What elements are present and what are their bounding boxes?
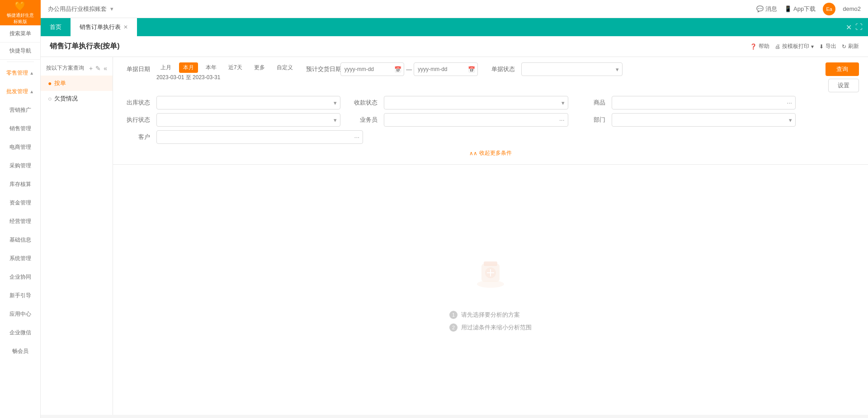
sidebar-item-purchase[interactable]: 采购管理: [0, 157, 41, 175]
refresh-button[interactable]: ↻ 刷新: [842, 43, 859, 50]
app-download-button[interactable]: 📱 App下载: [784, 5, 816, 13]
logo-text: 畅捷通好生意: [7, 12, 34, 19]
left-panel-item-by-receivables[interactable]: ○ 欠货情况: [41, 91, 113, 106]
custom-btn[interactable]: 自定义: [273, 62, 297, 73]
left-panel-item-by-order[interactable]: ● 按单: [41, 76, 113, 91]
edit-scheme-icon[interactable]: ✎: [95, 65, 101, 72]
current-month-btn[interactable]: 本月: [179, 62, 198, 73]
sidebar-item-operations[interactable]: 经营管理: [0, 212, 41, 231]
left-panel-title: 按以下方案查询: [46, 64, 84, 72]
date-to-calendar-icon[interactable]: 📅: [468, 66, 475, 73]
empty-step-1: 1 请先选择要分析的方案: [449, 311, 532, 319]
step-num-2: 2: [449, 323, 458, 332]
payment-status-select[interactable]: [384, 96, 568, 109]
tab-close-button[interactable]: ✕: [846, 23, 852, 32]
sidebar-item-enterprise[interactable]: 企业协同: [0, 268, 41, 286]
date-label: 单据日期: [122, 62, 154, 73]
sidebar-expand-icon: ▲: [29, 71, 34, 76]
department-select[interactable]: [612, 113, 796, 127]
download-icon: 📱: [784, 5, 792, 12]
step-2-text: 用过滤条件来缩小分析范围: [461, 323, 532, 332]
empty-steps: 1 请先选择要分析的方案 2 用过滤条件来缩小分析范围: [449, 311, 532, 332]
sidebar: 🧡 畅捷通好生意 标账版 搜索菜单 快捷导航 零售管理 ▲ 批发管理 ▲ 营销推…: [0, 0, 41, 418]
date-range-text: 2023-03-01 至 2023-03-31: [156, 74, 297, 81]
sidebar-item-apps[interactable]: 应用中心: [0, 305, 41, 323]
main-content: 办公用品行业模拟账套 ▾ 💬 消息 📱 App下载 Ea demo2 首页 销售…: [41, 0, 868, 418]
refresh-label: 刷新: [848, 43, 859, 50]
execution-status-label: 执行状态: [122, 116, 154, 124]
salesperson-input[interactable]: [384, 113, 568, 127]
right-panel: 单据日期 上月 本月 本年 近7天 更多 自定义 20: [113, 57, 868, 415]
body-layout: 按以下方案查询 + ✎ « ● 按单 ○ 欠货情况: [41, 57, 868, 415]
more-btn[interactable]: 更多: [250, 62, 269, 73]
tab-close-icon[interactable]: ✕: [123, 24, 128, 30]
tab-sales-order-label: 销售订单执行表: [80, 23, 121, 31]
sidebar-search[interactable]: 搜索菜单: [0, 25, 41, 43]
tabbar: 首页 销售订单执行表 ✕ ✕ ⛶: [41, 18, 868, 36]
step-1-text: 请先选择要分析的方案: [461, 311, 520, 319]
sidebar-item-wechat[interactable]: 企业微信: [0, 323, 41, 342]
sidebar-item-retail[interactable]: 零售管理 ▲: [0, 64, 41, 82]
by-receivables-icon: ○: [48, 95, 52, 102]
print-button[interactable]: 🖨 按模板打印 ▾: [775, 43, 814, 50]
topbar-right: 💬 消息 📱 App下载 Ea demo2: [756, 3, 861, 15]
by-order-label: 按单: [54, 79, 66, 87]
search-button[interactable]: 查询: [826, 62, 859, 76]
collapse-filter-label: 收起更多条件: [479, 149, 512, 157]
user-name[interactable]: demo2: [843, 5, 861, 12]
sidebar-item-wholesale[interactable]: 批发管理 ▲: [0, 82, 41, 101]
sidebar-item-marketing[interactable]: 营销推广: [0, 101, 41, 119]
refresh-icon: ↻: [842, 43, 846, 50]
department-label: 部门: [577, 116, 609, 124]
logo[interactable]: 🧡 畅捷通好生意 标账版: [0, 0, 41, 25]
collapse-filter-button[interactable]: ∧∧ 收起更多条件: [122, 146, 859, 159]
sidebar-item-finance[interactable]: 资金管理: [0, 194, 41, 212]
topbar-left: 办公用品行业模拟账套 ▾: [48, 5, 113, 13]
sidebar-quick-nav[interactable]: 快捷导航: [0, 43, 41, 60]
current-year-btn[interactable]: 本年: [202, 62, 221, 73]
sidebar-item-guide[interactable]: 新手引导: [0, 286, 41, 305]
empty-illustration: [468, 248, 513, 302]
last7-btn[interactable]: 近7天: [224, 62, 246, 73]
add-scheme-icon[interactable]: +: [89, 65, 93, 72]
step-num-1: 1: [449, 311, 458, 319]
date-options: 上月 本月 本年 近7天 更多 自定义 2023-03-01 至 2023-03…: [156, 62, 297, 81]
product-more-icon[interactable]: ···: [787, 99, 792, 106]
prev-month-btn[interactable]: 上月: [156, 62, 175, 73]
left-panel-header: 按以下方案查询 + ✎ «: [41, 62, 113, 76]
sidebar-item-inventory[interactable]: 库存核算: [0, 175, 41, 194]
status-label: 单据状态: [487, 65, 519, 73]
customer-label: 客户: [122, 133, 154, 141]
status-select[interactable]: [521, 62, 623, 76]
help-button[interactable]: ❓ 帮助: [750, 43, 769, 50]
date-from-calendar-icon[interactable]: 📅: [394, 66, 401, 73]
sidebar-item-sales-mgmt[interactable]: 销售管理: [0, 119, 41, 138]
execution-status-select[interactable]: [156, 113, 340, 127]
tab-sales-order[interactable]: 销售订单执行表 ✕: [71, 18, 137, 36]
expected-delivery-label: 预计交货日期: [306, 65, 338, 73]
product-input[interactable]: [612, 96, 796, 109]
user-avatar[interactable]: Ea: [823, 3, 835, 15]
customer-input[interactable]: [156, 130, 363, 144]
export-button[interactable]: ⬇ 导出: [819, 43, 836, 50]
sidebar-item-basic[interactable]: 基础信息: [0, 231, 41, 249]
sidebar-item-ecommerce[interactable]: 电商管理: [0, 138, 41, 157]
delivery-status-select[interactable]: [156, 96, 340, 109]
customer-more-icon[interactable]: ···: [354, 133, 360, 141]
breadcrumb-text: 办公用品行业模拟账套: [48, 5, 107, 13]
app-download-label: App下载: [793, 5, 816, 13]
tab-home-label: 首页: [50, 23, 61, 31]
left-panel: 按以下方案查询 + ✎ « ● 按单 ○ 欠货情况: [41, 57, 113, 415]
salesperson-more-icon[interactable]: ···: [559, 116, 565, 124]
breadcrumb-arrow[interactable]: ▾: [110, 5, 113, 12]
tab-expand-button[interactable]: ⛶: [855, 23, 863, 31]
sidebar-item-system[interactable]: 系统管理: [0, 249, 41, 268]
collapse-arrow-icon: ∧∧: [469, 150, 477, 157]
tab-home[interactable]: 首页: [41, 18, 71, 36]
by-order-icon: ●: [48, 80, 52, 87]
settings-button[interactable]: 设置: [828, 79, 859, 92]
sidebar-item-member[interactable]: 畅会员: [0, 342, 41, 361]
collapse-left-panel-icon[interactable]: «: [104, 65, 107, 72]
message-button[interactable]: 💬 消息: [756, 5, 777, 13]
page-content: 销售订单执行表(按单) ❓ 帮助 🖨 按模板打印 ▾ ⬇ 导出 ↻ 刷新: [41, 36, 868, 418]
